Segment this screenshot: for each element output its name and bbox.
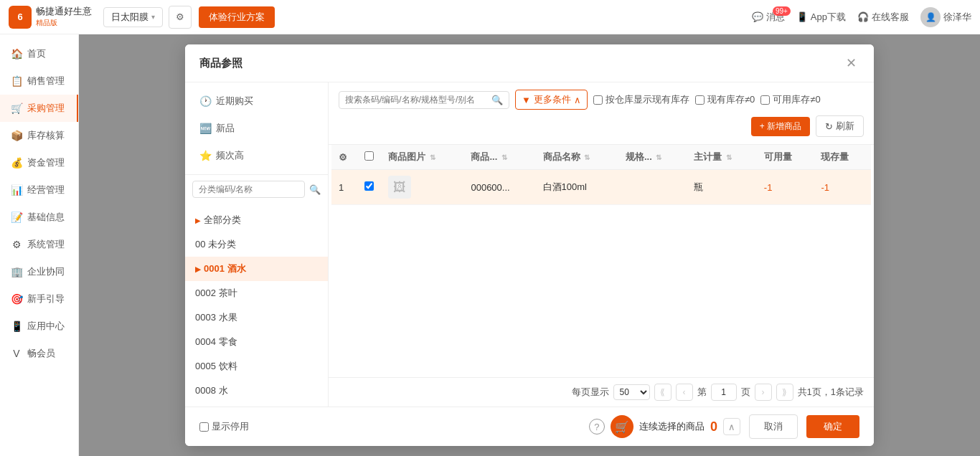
message-icon: 💬 [752,11,763,22]
category-search-icon[interactable]: 🔍 [309,184,321,195]
logo-sub: 精品版 [36,18,92,28]
sort-code-icon[interactable]: ⇅ [501,153,507,161]
category-item-0002[interactable]: 0002 茶叶 [185,281,328,305]
sort-image-icon[interactable]: ⇅ [430,153,435,161]
cell-unit: 瓶 [687,170,757,205]
first-page-button[interactable]: ⟪ [654,384,672,401]
warehouse-stock-checkbox[interactable] [593,95,603,105]
operation-icon: 📊 [10,184,23,196]
user-item[interactable]: 👤 徐泽华 [920,7,971,27]
new-icon: 🆕 [199,123,212,134]
category-item-all[interactable]: ▶ 全部分类 [185,208,328,232]
category-item-0003[interactable]: 0003 水果 [185,305,328,330]
nav-right: 💬 消息 99+ 📱 App下载 🎧 在线客服 👤 徐泽华 [752,7,971,27]
modal-header: 商品参照 ✕ [185,44,874,82]
expand-all-icon: ▶ [195,217,201,224]
show-disabled-checkbox[interactable] [199,422,209,432]
quick-item-frequent[interactable]: ⭐ 频次高 [192,144,321,167]
modal-overlay: 商品参照 ✕ 🕐 近期购买 🆕 [79,34,980,456]
cell-code: 000600... [463,170,535,205]
cart-collapse-button[interactable]: ∧ [723,418,740,435]
prev-page-button[interactable]: ‹ [676,384,693,401]
settings-button[interactable]: ⚙ [169,6,192,29]
refresh-button[interactable]: ↻ 刷新 [816,115,864,137]
sidebar-item-guide[interactable]: 🎯 新手引导 [0,285,78,313]
cell-spec [618,170,687,205]
main-content: 商品参照 ✕ 🕐 近期购买 🆕 [79,34,980,456]
per-page-select[interactable]: 50 10 20 100 [613,384,650,400]
sidebar-item-inventory[interactable]: 📦 库存核算 [0,122,78,149]
sidebar-item-home[interactable]: 🏠 首页 [0,40,78,67]
available-stock-checkbox-label[interactable]: 可用库存≠0 [760,93,820,106]
page-label: 第 [697,386,707,399]
page-number-input[interactable] [711,384,737,401]
sort-unit-icon[interactable]: ⇅ [726,153,732,161]
cell-check[interactable] [357,170,381,205]
quick-item-recent[interactable]: 🕐 近期购买 [192,90,321,113]
nav-selector-arrow: ▾ [151,13,155,21]
experience-button[interactable]: 体验行业方案 [199,6,275,28]
category-search-input[interactable] [192,181,305,198]
select-all-checkbox[interactable] [364,151,374,161]
th-settings[interactable]: ⚙ [331,145,357,170]
sidebar-item-apps[interactable]: 📱 应用中心 [0,313,78,340]
modal-right-panel: 🔍 ▼ 更多条件 ∧ 按仓库显示现有库存 [329,82,874,407]
sidebar-item-member[interactable]: V 畅会员 [0,340,78,367]
available-stock-checkbox[interactable] [760,95,770,105]
modal-close-button[interactable]: ✕ [842,54,859,72]
base-icon: 📝 [10,212,23,223]
confirm-button[interactable]: 确定 [806,415,859,438]
quick-items-area: 🕐 近期购买 🆕 新品 ⭐ 频次高 [185,82,328,174]
last-page-button[interactable]: ⟫ [776,384,793,401]
table: ⚙ 商品图片 ⇅ 商品... ⇅ [331,145,871,205]
category-item-0004[interactable]: 0004 零食 [185,330,328,354]
sidebar-item-sales[interactable]: 📋 销售管理 [0,67,78,95]
sort-name-icon[interactable]: ⇅ [584,153,590,161]
search-icon[interactable]: 🔍 [491,95,503,105]
add-product-button[interactable]: + 新增商品 [751,117,810,136]
top-nav: 6 畅捷通好生意 精品版 日太阳膜 ▾ ⚙ 体验行业方案 💬 消息 99+ 📱 … [0,0,980,34]
th-stock: 现存量 [814,145,871,170]
row-checkbox[interactable] [364,181,374,191]
modal-toolbar: 🔍 ▼ 更多条件 ∧ 按仓库显示现有库存 [329,82,874,145]
total-records: 共1页，1条记录 [798,386,864,399]
nav-selector[interactable]: 日太阳膜 ▾ [103,7,163,27]
sidebar-item-finance[interactable]: 💰 资金管理 [0,149,78,176]
next-page-button[interactable]: › [755,384,772,401]
pagination-area: 每页显示 50 10 20 100 ⟪ ‹ 第 页 [329,377,874,407]
messages-item[interactable]: 💬 消息 99+ [752,11,785,24]
cart-button[interactable]: 🛒 [611,415,633,438]
help-icon[interactable]: ? [589,419,605,434]
sidebar-item-enterprise[interactable]: 🏢 企业协同 [0,258,78,285]
sidebar-item-operation[interactable]: 📊 经营管理 [0,176,78,204]
th-image: 商品图片 ⇅ [381,145,463,170]
modal-footer: 显示停用 ? 🛒 连续选择的商品 0 ∧ 取消 确定 [185,407,874,446]
product-search-input[interactable] [345,95,489,105]
cancel-button[interactable]: 取消 [749,414,798,439]
sidebar-item-base[interactable]: 📝 基础信息 [0,204,78,231]
table-row[interactable]: 1 🖼 000600... 白酒100ml 瓶 [331,170,871,205]
category-list: ▶ 全部分类 00 未分类 ▶ 0001 酒水 0002 茶 [185,204,328,407]
app-download-item[interactable]: 📱 App下载 [796,11,846,24]
show-disabled-checkbox-label[interactable]: 显示停用 [199,420,249,433]
category-item-0005[interactable]: 0005 饮料 [185,354,328,379]
modal-title: 商品参照 [199,57,242,70]
sidebar-item-purchase[interactable]: 🛒 采购管理 [0,95,78,122]
expand-0001-icon: ▶ [195,265,201,273]
online-service-item[interactable]: 🎧 在线客服 [857,11,909,24]
quick-item-new[interactable]: 🆕 新品 [192,117,321,140]
current-stock-checkbox[interactable] [695,95,705,105]
warehouse-stock-checkbox-label[interactable]: 按仓库显示现有库存 [593,93,689,106]
category-item-0008[interactable]: 0008 水 [185,379,328,403]
sidebar-item-system[interactable]: ⚙ 系统管理 [0,231,78,258]
star-icon: ⭐ [199,150,212,161]
category-item-00[interactable]: 00 未分类 [185,232,328,257]
sort-spec-icon[interactable]: ⇅ [656,153,661,161]
more-filter-button[interactable]: ▼ 更多条件 ∧ [515,90,588,110]
category-item-0001[interactable]: ▶ 0001 酒水 [185,257,328,281]
current-stock-checkbox-label[interactable]: 现有库存≠0 [695,93,755,106]
system-icon: ⚙ [10,239,23,250]
member-icon: V [10,348,23,359]
th-spec: 规格... ⇅ [618,145,687,170]
sidebar: 🏠 首页 📋 销售管理 🛒 采购管理 📦 库存核算 💰 资金管理 📊 经营管理 … [0,34,79,456]
